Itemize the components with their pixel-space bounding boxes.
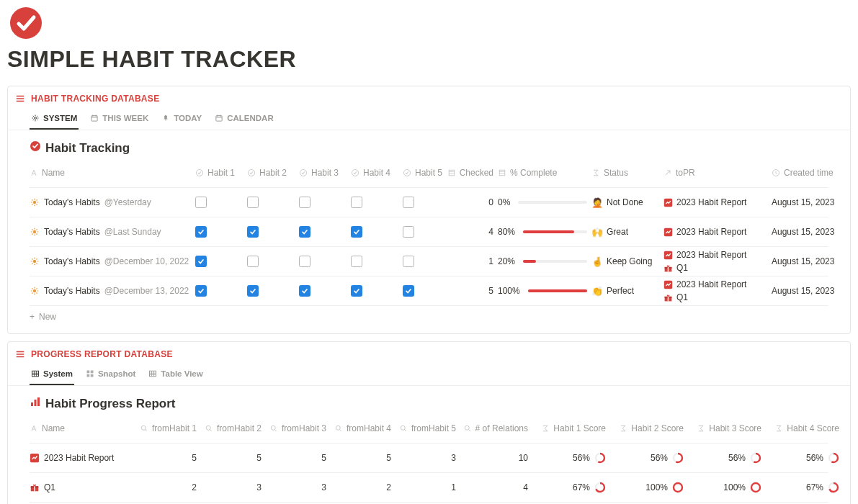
habit-tracking-panel: HABIT TRACKING DATABASE SYSTEMTHIS WEEKT… [7, 86, 851, 334]
table-row[interactable]: Q123321467%100%100%67% [30, 473, 828, 503]
relation-cell[interactable]: 2023 Habit ReportQ1 [663, 279, 772, 302]
column-label: Habit 1 Score [553, 423, 606, 433]
row-name[interactable]: Today's Habits@Yesterday [30, 197, 195, 207]
column-header[interactable]: fromHabit 4 [331, 423, 396, 433]
habit-checkbox[interactable] [195, 197, 207, 208]
habit-checkbox[interactable] [299, 197, 310, 208]
toggle-icon[interactable] [15, 349, 25, 359]
habit-checkbox[interactable] [247, 226, 259, 238]
progress-ring [750, 482, 761, 493]
progress-ring [828, 452, 839, 464]
relation-cell[interactable]: 2023 Habit Report [663, 197, 772, 207]
column-header[interactable]: fromHabit 2 [201, 423, 266, 433]
relation-cell[interactable]: 2023 Habit ReportQ1 [663, 250, 772, 273]
tab-label: TODAY [174, 114, 202, 122]
toggle-icon[interactable] [15, 94, 25, 104]
habit-checkbox[interactable] [247, 285, 259, 297]
status-label: Great [607, 227, 628, 237]
column-label: Habit 4 Score [787, 423, 839, 433]
relation-chip[interactable]: 2023 Habit Report [663, 197, 746, 207]
column-header[interactable]: fromHabit 1 [136, 423, 201, 433]
clock-icon [772, 168, 780, 177]
column-header[interactable]: Habit 2 [247, 168, 299, 178]
table-row[interactable]: Today's Habits@Last Sunday480%🙌Great2023… [30, 217, 828, 247]
tab-table-view[interactable]: Table View [147, 365, 204, 385]
table-row[interactable]: Today's Habits@December 10, 2022120%🤞Kee… [30, 247, 828, 276]
column-label: Checked [460, 168, 493, 178]
column-header[interactable]: toPR [663, 168, 772, 178]
table-row[interactable]: Today's Habits@December 13, 20225100%👏Pe… [30, 276, 828, 306]
svg-rect-35 [37, 397, 40, 406]
percent-complete: 20% [498, 256, 591, 266]
page-name: 2023 Habit Report [44, 453, 114, 463]
column-header[interactable]: Habit 4 [351, 168, 403, 178]
habit-checkbox[interactable] [351, 256, 362, 267]
column-label: fromHabit 3 [282, 423, 326, 433]
rollup-value: 3 [266, 482, 331, 492]
row-name[interactable]: Today's Habits@Last Sunday [30, 227, 195, 237]
relation-chip[interactable]: Q1 [663, 263, 746, 273]
habit-checkbox[interactable] [299, 226, 310, 238]
new-row-button[interactable]: + New [8, 306, 850, 328]
habit-checkbox[interactable] [403, 197, 414, 208]
relation-chip[interactable]: 2023 Habit Report [663, 227, 746, 237]
column-header[interactable]: fromHabit 5 [396, 423, 460, 433]
column-header[interactable]: Habit 1 Score [532, 423, 610, 433]
habit-checkbox[interactable] [195, 226, 207, 238]
svg-point-15 [33, 230, 36, 233]
table-row[interactable]: Today's Habits@Yesterday00%🤦Not Done2023… [30, 188, 828, 217]
column-header[interactable]: Habit 1 [195, 168, 247, 178]
status-emoji: 🤦 [591, 198, 603, 207]
column-header[interactable]: Name [30, 423, 136, 433]
column-header[interactable]: Habit 3 [299, 168, 351, 178]
relation-cell[interactable]: 2023 Habit Report [663, 227, 772, 237]
relation-chip[interactable]: 2023 Habit Report [663, 279, 746, 289]
score-cell: 67% [532, 482, 610, 493]
checked-count: 1 [455, 256, 498, 266]
svg-point-22 [33, 289, 36, 292]
search-icon [205, 424, 213, 433]
column-label: Habit 3 Score [709, 423, 761, 433]
habit-checkbox[interactable] [247, 256, 259, 267]
column-header[interactable]: Name [30, 168, 195, 178]
tab-this-week[interactable]: THIS WEEK [89, 109, 150, 130]
status-cell: 🤞Keep Going [591, 256, 663, 266]
column-header[interactable]: fromHabit 3 [266, 423, 331, 433]
relation-chip[interactable]: Q1 [663, 292, 746, 302]
habit-checkbox[interactable] [195, 285, 207, 297]
habit-checkbox[interactable] [403, 226, 414, 238]
habit-checkbox[interactable] [403, 256, 414, 267]
habit-checkbox[interactable] [403, 285, 414, 297]
column-header[interactable]: % Complete [498, 168, 591, 178]
row-name[interactable]: Today's Habits@December 13, 2022 [30, 286, 195, 296]
progress-bar [518, 201, 587, 204]
page-name: Today's Habits [44, 286, 100, 296]
habit-checkbox[interactable] [299, 256, 310, 267]
habit-checkbox[interactable] [299, 285, 310, 297]
tab-system[interactable]: System [30, 365, 74, 385]
habit-checkbox[interactable] [351, 285, 362, 297]
row-name[interactable]: 2023 Habit Report [30, 453, 136, 463]
habit-checkbox[interactable] [351, 226, 362, 238]
column-header[interactable]: Habit 4 Score [766, 423, 844, 433]
checked-count: 4 [455, 227, 498, 237]
column-header[interactable]: Habit 2 Score [610, 423, 688, 433]
column-header[interactable]: Status [591, 168, 663, 178]
tab-snapshot[interactable]: Snapshot [84, 365, 137, 385]
tab-today[interactable]: TODAY [160, 109, 203, 130]
tab-system[interactable]: SYSTEM [30, 109, 79, 130]
row-name[interactable]: Today's Habits@December 10, 2022 [30, 256, 195, 266]
tab-calendar[interactable]: CALENDAR [213, 109, 275, 130]
relation-chip[interactable]: 2023 Habit Report [663, 250, 746, 260]
column-header[interactable]: Checked [455, 168, 498, 178]
row-name[interactable]: Q1 [30, 482, 136, 492]
column-header[interactable]: Habit 3 Score [688, 423, 766, 433]
tab-label: SYSTEM [43, 114, 77, 122]
habit-checkbox[interactable] [351, 197, 362, 208]
column-header[interactable]: Created time [772, 168, 844, 178]
habit-checkbox[interactable] [247, 197, 259, 208]
table-row[interactable]: 2023 Habit Report555531056%56%56%56% [30, 444, 828, 473]
fx-icon [447, 168, 456, 177]
column-header[interactable]: # of Relations [460, 423, 532, 433]
habit-checkbox[interactable] [195, 256, 207, 267]
